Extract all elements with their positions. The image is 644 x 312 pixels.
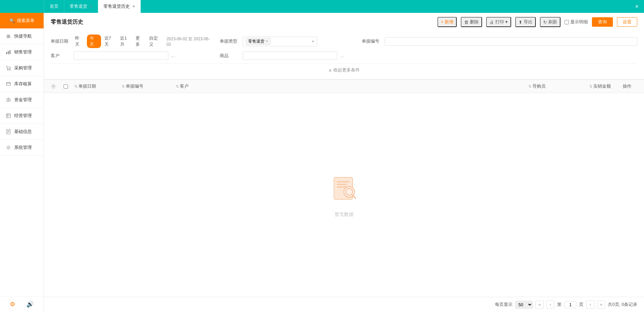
tab-retail-return-history[interactable]: 零售退货历史 × xyxy=(98,0,141,13)
sort-amount-icon: ⇅ xyxy=(589,84,592,89)
svg-rect-2 xyxy=(9,50,10,54)
operations-label: 经营管理 xyxy=(14,113,32,119)
first-page-button[interactable]: « xyxy=(535,300,544,309)
table-wrapper: ⇅ 单据日期 ⇅ 单据编号 ⇅ 客户 ⇅ 导购员 ⇅ 实销金额 xyxy=(44,80,644,312)
svg-rect-5 xyxy=(6,83,10,86)
system-mgmt-icon xyxy=(5,144,11,151)
tab-retail-return[interactable]: 零售退货 × xyxy=(64,0,98,13)
filter-area: 单据日期 昨天 今天 近7天 近1月 更多 自定义 2023-06-02 至 2… xyxy=(51,31,637,79)
sidebar-item-operations[interactable]: 经营管理 xyxy=(0,108,44,124)
th-customer[interactable]: ⇅ 客户 xyxy=(173,83,526,89)
basic-info-label: 基础信息 xyxy=(14,129,32,135)
date-opt-custom[interactable]: 自定义 xyxy=(148,35,163,48)
sidebar: 🔍 搜索菜单 ⊞ 快捷导航 销售管理 xyxy=(0,13,44,312)
page-label: 第 xyxy=(557,302,562,308)
th-docno[interactable]: ⇅ 单据编号 xyxy=(119,83,173,89)
select-dropdown-icon: ▾ xyxy=(312,39,314,44)
display-detail-label: 显示明细 xyxy=(570,19,588,25)
page-of-label: 页 xyxy=(579,302,583,308)
print-button[interactable]: 🖨 打印 ▾ xyxy=(486,17,511,27)
settings-button[interactable]: 设置 xyxy=(617,17,637,27)
tab-home[interactable]: 首页 xyxy=(44,0,64,13)
system-mgmt-label: 系统管理 xyxy=(14,144,32,151)
svg-point-3 xyxy=(7,69,8,70)
tag-close-icon[interactable]: × xyxy=(266,39,268,44)
customer-ellipsis-button[interactable]: ... xyxy=(171,53,175,58)
customer-filter: 客户 ... xyxy=(51,51,213,60)
goods-ellipsis-button[interactable]: ... xyxy=(340,53,344,58)
refresh-button[interactable]: ↻ 刷新 xyxy=(540,17,560,27)
add-button[interactable]: + 新增 xyxy=(437,17,457,27)
date-opt-yesterday[interactable]: 昨天 xyxy=(74,35,85,48)
collapse-icon: ∧ xyxy=(329,68,332,73)
sidebar-item-basic-info[interactable]: 基础信息 xyxy=(0,124,44,140)
operations-icon xyxy=(5,113,11,119)
next-page-button[interactable]: › xyxy=(586,300,594,309)
doc-type-select[interactable]: 零售退货 × ▾ xyxy=(243,37,317,46)
page-header-top: 零售退货历史 + 新增 🗑 删除 🖨 打印 ▾ ⬆ xyxy=(51,17,637,27)
delete-button[interactable]: 🗑 删除 xyxy=(461,17,482,27)
inventory-icon xyxy=(5,81,11,87)
sidebar-item-purchase-mgmt[interactable]: 采购管理 xyxy=(0,60,44,76)
close-retail-return-history-tab[interactable]: × xyxy=(133,4,135,9)
total-info: 共0页, 0条记录 xyxy=(608,302,637,308)
date-opt-7days[interactable]: 近7天 xyxy=(103,35,117,48)
sort-guide-icon: ⇅ xyxy=(528,84,531,89)
close-window-button[interactable]: × xyxy=(635,3,639,10)
page-number-input[interactable] xyxy=(564,301,576,308)
sidebar-item-finance[interactable]: 资金管理 xyxy=(0,92,44,108)
svg-rect-21 xyxy=(337,181,350,182)
empty-state: 暂无数据 xyxy=(44,93,644,297)
svg-point-18 xyxy=(8,147,9,149)
sales-mgmt-label: 销售管理 xyxy=(14,49,32,55)
goods-input[interactable] xyxy=(243,51,337,60)
collapse-button[interactable]: ∧ 收起更多条件 xyxy=(51,66,637,74)
filter-row-2: 客户 ... 商品 ... xyxy=(51,51,637,60)
audio-bottom-icon[interactable]: 🔊 xyxy=(26,300,34,308)
svg-rect-0 xyxy=(6,52,7,54)
close-retail-return-tab[interactable]: × xyxy=(90,4,92,9)
sidebar-item-inventory[interactable]: 库存核算 xyxy=(0,76,44,92)
per-page-select[interactable]: 50 10 20 100 xyxy=(515,301,533,309)
sidebar-item-system-mgmt[interactable]: 系统管理 xyxy=(0,140,44,156)
th-action: 操作 xyxy=(614,83,641,89)
finance-label: 资金管理 xyxy=(14,97,32,103)
export-button[interactable]: ⬆ 导出 xyxy=(515,17,536,27)
display-detail-checkbox[interactable] xyxy=(565,20,569,24)
th-date[interactable]: ⇅ 单据日期 xyxy=(72,83,119,89)
empty-icon xyxy=(327,172,361,206)
th-amount[interactable]: ⇅ 实销金额 xyxy=(573,83,614,89)
doc-no-input[interactable] xyxy=(385,37,637,46)
display-detail-checkbox-area[interactable]: 显示明细 xyxy=(565,19,588,25)
empty-text: 暂无数据 xyxy=(335,211,354,218)
toolbar: + 新增 🗑 删除 🖨 打印 ▾ ⬆ 导出 ↻ xyxy=(437,17,637,27)
date-opt-more[interactable]: 更多 xyxy=(134,35,145,48)
table-header: ⇅ 单据日期 ⇅ 单据编号 ⇅ 客户 ⇅ 导购员 ⇅ 实销金额 xyxy=(44,80,644,93)
prev-page-button[interactable]: ‹ xyxy=(546,300,554,309)
goods-filter: 商品 ... xyxy=(220,51,355,60)
app-layout: 🔍 搜索菜单 ⊞ 快捷导航 销售管理 xyxy=(0,13,644,312)
last-page-button[interactable]: » xyxy=(597,300,605,309)
search-icon: 🔍 xyxy=(9,18,15,23)
sort-customer-icon: ⇅ xyxy=(176,84,179,89)
date-opt-today[interactable]: 今天 xyxy=(87,35,101,48)
doc-no-filter: 单据编号 xyxy=(362,37,637,46)
search-menu[interactable]: 🔍 搜索菜单 xyxy=(0,13,44,28)
th-settings[interactable] xyxy=(47,84,59,89)
th-guide[interactable]: ⇅ 导购员 xyxy=(526,83,573,89)
sidebar-item-quick-nav[interactable]: ⊞ 快捷导航 xyxy=(0,28,44,44)
date-range: 2023-06-02 至 2023-06-02 xyxy=(166,36,213,47)
th-checkbox[interactable] xyxy=(59,84,72,89)
purchase-mgmt-icon xyxy=(5,65,11,71)
customer-input[interactable] xyxy=(74,51,168,60)
date-opt-1month[interactable]: 近1月 xyxy=(119,35,132,48)
svg-rect-1 xyxy=(8,51,9,54)
top-bar: 首页 零售退货 × 零售退货历史 × × xyxy=(0,0,644,13)
pagination: 每页显示 50 10 20 100 « ‹ 第 页 › » 共0页, 0条记录 xyxy=(44,297,644,312)
doc-type-filter: 单据类型 零售退货 × ▾ xyxy=(220,37,355,46)
settings-bottom-icon[interactable]: ⚙ xyxy=(10,300,15,308)
sidebar-item-sales-mgmt[interactable]: 销售管理 xyxy=(0,44,44,60)
select-all-checkbox[interactable] xyxy=(64,84,68,89)
basic-info-icon xyxy=(5,129,11,135)
query-button[interactable]: 查询 xyxy=(592,17,613,27)
